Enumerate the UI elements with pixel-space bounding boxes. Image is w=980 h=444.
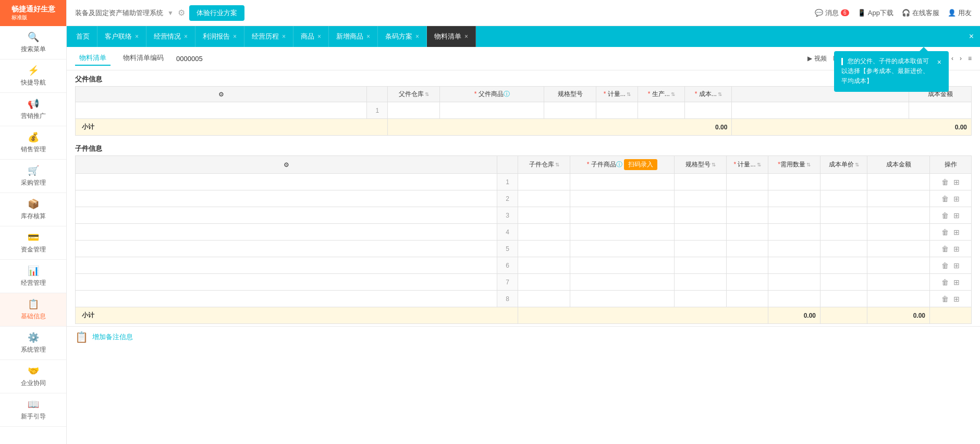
parent-row1-warehouse[interactable] <box>388 102 440 119</box>
delete-row7-icon[interactable]: 🗑 <box>941 278 949 286</box>
child-row5-warehouse[interactable] <box>518 241 570 257</box>
close-history-icon[interactable]: × <box>282 33 286 40</box>
child-row2-product[interactable] <box>570 190 675 207</box>
child-row6-warehouse[interactable] <box>518 257 570 274</box>
child-row4-spec[interactable] <box>675 224 727 241</box>
child-row8-unit[interactable] <box>727 291 768 307</box>
gear-settings-icon[interactable]: ⚙ <box>178 8 185 18</box>
child-col-gear[interactable]: ⚙ <box>76 156 497 174</box>
subtab-code[interactable]: 物料清单编码 <box>119 51 168 66</box>
close-barcode-icon[interactable]: × <box>415 33 419 40</box>
child-row3-spec[interactable] <box>675 207 727 224</box>
child-row8-product[interactable] <box>570 291 675 307</box>
child-row7-qty[interactable] <box>768 274 820 291</box>
copy-row4-icon[interactable]: ⊞ <box>953 228 960 236</box>
parent-row1-unit[interactable] <box>596 102 638 119</box>
sidebar-item-system[interactable]: ⚙️ 系统管理 <box>0 327 66 360</box>
sidebar-item-guide[interactable]: 📖 新手引导 <box>0 393 66 427</box>
tab-barcode[interactable]: 条码方案 × <box>378 26 427 47</box>
child-row6-spec[interactable] <box>675 257 727 274</box>
child-row2-qty[interactable] <box>768 190 820 207</box>
child-row4-qty[interactable] <box>768 224 820 241</box>
close-all-tabs-button[interactable]: × <box>965 32 978 41</box>
sidebar-item-inventory[interactable]: 📦 库存核算 <box>0 193 66 226</box>
child-row7-warehouse[interactable] <box>518 274 570 291</box>
child-row1-price[interactable] <box>820 174 867 190</box>
copy-row6-icon[interactable]: ⊞ <box>953 261 960 270</box>
child-row5-unit[interactable] <box>727 241 768 257</box>
child-row8-warehouse[interactable] <box>518 291 570 307</box>
child-row3-unit[interactable] <box>727 207 768 224</box>
child-row7-price[interactable] <box>820 274 867 291</box>
sidebar-item-quicknav[interactable]: ⚡ 快捷导航 <box>0 59 66 93</box>
child-row3-product[interactable] <box>570 207 675 224</box>
child-row4-warehouse[interactable] <box>518 224 570 241</box>
sidebar-item-purchase[interactable]: 🛒 采购管理 <box>0 160 66 193</box>
child-row5-qty[interactable] <box>768 241 820 257</box>
child-row3-warehouse[interactable] <box>518 207 570 224</box>
child-row5-price[interactable] <box>820 241 867 257</box>
child-row6-qty[interactable] <box>768 257 820 274</box>
child-row5-spec[interactable] <box>675 241 727 257</box>
delete-row1-icon[interactable]: 🗑 <box>941 178 949 186</box>
tooltip-close-button[interactable]: × <box>937 56 941 68</box>
tab-addproduct[interactable]: 新增商品 × <box>329 26 378 47</box>
child-row4-product[interactable] <box>570 224 675 241</box>
delete-row4-icon[interactable]: 🗑 <box>941 228 949 236</box>
tab-history[interactable]: 经营历程 × <box>244 26 293 47</box>
tab-profit[interactable]: 利润报告 × <box>195 26 244 47</box>
copy-row7-icon[interactable]: ⊞ <box>953 278 960 286</box>
sidebar-item-enterprise[interactable]: 🤝 企业协同 <box>0 360 66 393</box>
child-row8-qty[interactable] <box>768 291 820 307</box>
child-row6-price[interactable] <box>820 257 867 274</box>
online-service-item[interactable]: 🎧 在线客服 <box>902 8 939 18</box>
child-row2-warehouse[interactable] <box>518 190 570 207</box>
delete-row6-icon[interactable]: 🗑 <box>941 261 949 270</box>
child-row1-warehouse[interactable] <box>518 174 570 190</box>
tab-product[interactable]: 商品 × <box>293 26 329 47</box>
child-row4-price[interactable] <box>820 224 867 241</box>
child-row1-product[interactable] <box>570 174 675 190</box>
child-row6-product[interactable] <box>570 257 675 274</box>
scan-button[interactable]: 扫码录入 <box>624 159 657 170</box>
close-customer-icon[interactable]: × <box>135 33 139 40</box>
child-row1-unit[interactable] <box>727 174 768 190</box>
delete-row2-icon[interactable]: 🗑 <box>941 195 949 203</box>
sidebar-item-finance[interactable]: 💳 资金管理 <box>0 226 66 260</box>
child-row7-spec[interactable] <box>675 274 727 291</box>
sidebar-item-sales[interactable]: 💰 销售管理 <box>0 126 66 160</box>
view-toggle-icon[interactable]: ≡ <box>968 55 972 62</box>
tab-home[interactable]: 首页 <box>69 26 97 47</box>
close-addproduct-icon[interactable]: × <box>366 33 370 40</box>
tab-customer[interactable]: 客户联络 × <box>97 26 146 47</box>
parent-row1-product[interactable] <box>440 102 544 119</box>
child-row5-product[interactable] <box>570 241 675 257</box>
close-bom-icon[interactable]: × <box>464 33 468 40</box>
child-row2-unit[interactable] <box>727 190 768 207</box>
child-row4-unit[interactable] <box>727 224 768 241</box>
trial-button[interactable]: 体验行业方案 <box>189 5 244 21</box>
delete-row5-icon[interactable]: 🗑 <box>941 245 949 253</box>
child-row7-unit[interactable] <box>727 274 768 291</box>
child-row3-qty[interactable] <box>768 207 820 224</box>
parent-row1-spec[interactable] <box>544 102 596 119</box>
child-row1-spec[interactable] <box>675 174 727 190</box>
child-row7-product[interactable] <box>570 274 675 291</box>
sidebar-item-basic[interactable]: 📋 基础信息 <box>0 293 66 327</box>
copy-row8-icon[interactable]: ⊞ <box>953 295 960 303</box>
copy-row2-icon[interactable]: ⊞ <box>953 195 960 203</box>
video-action[interactable]: ▶ 视频 <box>807 54 827 63</box>
parent-row1-cost[interactable] <box>685 102 732 119</box>
tab-operation-stat[interactable]: 经营情况 × <box>146 26 195 47</box>
parent-col-gear[interactable]: ⚙ <box>76 87 367 102</box>
close-profit-icon[interactable]: × <box>233 33 237 40</box>
sidebar-item-operation[interactable]: 📊 经营管理 <box>0 260 66 293</box>
dropdown-arrow-icon[interactable]: ▼ <box>167 9 174 17</box>
child-row8-price[interactable] <box>820 291 867 307</box>
close-operation-icon[interactable]: × <box>184 33 188 40</box>
child-row2-price[interactable] <box>820 190 867 207</box>
child-row1-qty[interactable] <box>768 174 820 190</box>
prev-button[interactable]: ‹ <box>951 55 953 62</box>
delete-row8-icon[interactable]: 🗑 <box>941 295 949 303</box>
user-item[interactable]: 👤 用友 <box>948 8 972 18</box>
